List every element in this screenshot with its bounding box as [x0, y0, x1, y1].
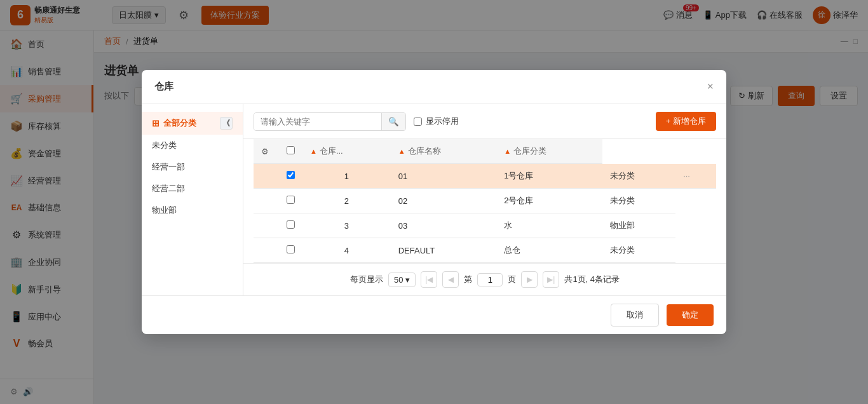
per-page-dropdown-icon: ▾ [405, 275, 410, 285]
modal-title: 仓库 [154, 81, 173, 93]
row-gear-4 [254, 238, 279, 263]
sort-icon-code: ▲ [310, 147, 317, 155]
page-label: 第 [464, 274, 472, 285]
row-cat-1: 未分类 [602, 164, 675, 189]
page-prev-button[interactable]: ◀ [442, 271, 459, 288]
show-disabled-label[interactable]: 显示停用 [414, 116, 459, 127]
modal-category-sidebar: ⊞ 全部分类 《 未分类 经营一部 经营二部 物业部 [142, 104, 243, 295]
table-row[interactable]: 4 DEFAULT 总仓 未分类 [254, 238, 716, 263]
row-more-1[interactable]: ··· [675, 164, 716, 189]
category-item-property[interactable]: 物业部 [142, 199, 243, 221]
grid-icon: ⊞ [152, 118, 159, 128]
page-last-button[interactable]: ▶| [543, 271, 559, 288]
row-name-4: 总仓 [496, 238, 602, 263]
modal-toolbar: 🔍 显示停用 + 新增仓库 [243, 104, 726, 139]
col-name-label: 仓库名称 [408, 145, 441, 157]
modal-footer: 取消 确定 [142, 295, 726, 334]
warehouse-table-body: 1 01 1号仓库 未分类 ··· 2 02 2号仓库 未分类 [254, 164, 716, 263]
page-input[interactable] [477, 273, 503, 286]
table-row[interactable]: 3 03 水 物业部 [254, 213, 716, 238]
row-cat-2: 未分类 [602, 189, 675, 213]
category-label-property: 物业部 [152, 205, 177, 216]
row-name-3: 水 [496, 213, 602, 238]
warehouse-modal: 仓库 × ⊞ 全部分类 《 未分类 经营一部 经营二部 物业部 [142, 70, 726, 334]
row-gear-3 [254, 213, 279, 238]
search-button[interactable]: 🔍 [381, 113, 405, 130]
row-name-2: 2号仓库 [496, 189, 602, 213]
row-cat-3: 物业部 [602, 213, 675, 238]
show-disabled-checkbox[interactable] [414, 118, 422, 126]
table-header-row: ⚙ ▲ 仓库... [254, 139, 716, 164]
row-num-1: 1 [302, 164, 391, 189]
warehouse-table-wrapper: ⚙ ▲ 仓库... [243, 139, 726, 263]
col-code: ▲ 仓库... [302, 139, 391, 164]
confirm-button[interactable]: 确定 [667, 304, 714, 326]
per-page-select[interactable]: 50 ▾ [388, 273, 416, 287]
show-disabled-text: 显示停用 [426, 116, 459, 127]
row-gear-1 [254, 164, 279, 189]
col-name: ▲ 仓库名称 [391, 139, 497, 164]
row-check-4[interactable] [279, 238, 302, 263]
modal-header: 仓库 × [142, 70, 726, 104]
row-cat-4: 未分类 [602, 238, 675, 263]
modal-body: ⊞ 全部分类 《 未分类 经营一部 经营二部 物业部 🔍 [142, 104, 726, 295]
row-num-3: 3 [302, 213, 391, 238]
col-category: ▲ 仓库分类 [496, 139, 602, 164]
table-row[interactable]: 2 02 2号仓库 未分类 [254, 189, 716, 213]
page-unit: 页 [508, 274, 516, 285]
modal-close-button[interactable]: × [707, 80, 714, 93]
row-gear-2 [254, 189, 279, 213]
row-check-2[interactable] [279, 189, 302, 213]
category-item-dept1[interactable]: 经营一部 [142, 156, 243, 178]
col-category-label: 仓库分类 [513, 145, 546, 157]
col-code-label: 仓库... [320, 145, 343, 157]
category-label-dept1: 经营一部 [152, 161, 185, 173]
col-gear: ⚙ [254, 139, 279, 164]
page-first-button[interactable]: |◀ [421, 271, 437, 288]
row-num-4: 4 [302, 238, 391, 263]
select-all-checkbox[interactable] [287, 146, 295, 154]
row-check-3[interactable] [279, 213, 302, 238]
row-code-4: DEFAULT [391, 238, 497, 263]
per-page-value: 50 [394, 275, 403, 285]
row-code-3: 03 [391, 213, 497, 238]
row-code-2: 02 [391, 189, 497, 213]
search-input[interactable] [254, 113, 381, 130]
per-page-label: 每页显示 [350, 274, 383, 285]
category-label-none: 未分类 [152, 140, 177, 151]
col-checkbox [279, 139, 302, 164]
gear-icon: ⚙ [261, 147, 269, 156]
search-box: 🔍 [254, 112, 406, 131]
table-row[interactable]: 1 01 1号仓库 未分类 ··· [254, 164, 716, 189]
row-code-1: 01 [391, 164, 497, 189]
category-item-none[interactable]: 未分类 [142, 135, 243, 156]
pagination: 每页显示 50 ▾ |◀ ◀ 第 页 ▶ ▶| 共1页, 4条记录 [243, 263, 726, 295]
warehouse-table: ⚙ ▲ 仓库... [254, 139, 716, 263]
page-next-button[interactable]: ▶ [521, 271, 538, 288]
category-label-dept2: 经营二部 [152, 183, 185, 194]
category-label-all: 全部分类 [163, 118, 196, 129]
add-warehouse-button[interactable]: + 新增仓库 [656, 112, 716, 131]
total-info: 共1页, 4条记录 [564, 274, 620, 285]
collapse-button[interactable]: 《 [220, 117, 233, 130]
sort-icon-category: ▲ [504, 147, 511, 155]
row-check-1[interactable] [279, 164, 302, 189]
row-num-2: 2 [302, 189, 391, 213]
category-item-dept2[interactable]: 经营二部 [142, 178, 243, 199]
category-item-all[interactable]: ⊞ 全部分类 《 [142, 112, 243, 135]
modal-main-panel: 🔍 显示停用 + 新增仓库 ⚙ [243, 104, 726, 295]
cancel-button[interactable]: 取消 [611, 304, 659, 327]
row-name-1: 1号仓库 [496, 164, 602, 189]
sort-icon-name: ▲ [398, 147, 405, 155]
